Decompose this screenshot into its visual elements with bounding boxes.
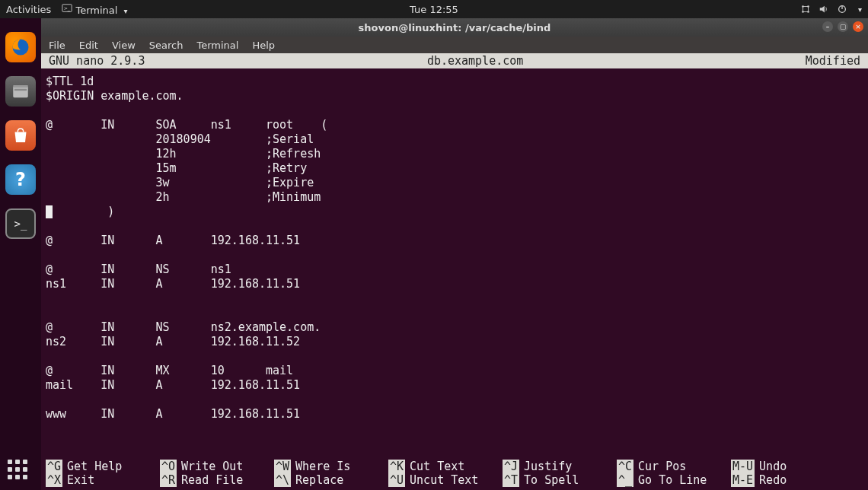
window-title: shovon@linuxhint: /var/cache/bind bbox=[359, 22, 551, 33]
chevron-down-icon: ▾ bbox=[124, 7, 128, 15]
menu-view[interactable]: View bbox=[112, 40, 136, 51]
nano-header: GNU nano 2.9.3 db.example.com Modified bbox=[41, 53, 868, 68]
shortcut-label: Where Is bbox=[295, 460, 350, 473]
menu-terminal[interactable]: Terminal bbox=[196, 40, 238, 51]
nano-shortcut: ^XExit bbox=[46, 473, 160, 487]
status-area[interactable]: ▾ bbox=[800, 4, 862, 14]
shortcut-label: Undo bbox=[759, 460, 787, 473]
shortcut-key: ^T bbox=[503, 473, 519, 487]
nano-modified-indicator: Modified bbox=[803, 54, 863, 68]
shortcut-label: Justify bbox=[524, 460, 572, 473]
shortcut-key: ^_ bbox=[617, 473, 633, 487]
dock-icon-software[interactable] bbox=[5, 120, 36, 151]
shortcut-key: ^R bbox=[160, 473, 177, 487]
dock-icon-files[interactable] bbox=[5, 76, 36, 107]
dock-icon-firefox[interactable] bbox=[5, 32, 36, 62]
dock: ? >_ bbox=[0, 18, 41, 490]
shortcut-key: ^O bbox=[160, 460, 177, 473]
shopping-bag-icon bbox=[11, 126, 30, 145]
shortcut-label: Exit bbox=[67, 473, 94, 487]
minimize-button[interactable]: – bbox=[822, 21, 833, 32]
menu-file[interactable]: File bbox=[49, 40, 65, 51]
terminal-window: shovon@linuxhint: /var/cache/bind – ▢ × … bbox=[41, 18, 868, 490]
firefox-icon bbox=[10, 37, 31, 58]
nano-shortcut: ^JJustify bbox=[503, 460, 617, 473]
shortcut-key: ^G bbox=[46, 460, 62, 473]
gnome-topbar: Activities >_ Terminal ▾ Tue 12:55 ▾ bbox=[0, 0, 868, 18]
svg-rect-9 bbox=[13, 87, 28, 98]
terminal-menubar: File Edit View Search Terminal Help bbox=[41, 37, 868, 53]
svg-rect-11 bbox=[13, 85, 28, 88]
shortcut-key: ^K bbox=[388, 460, 405, 473]
shortcut-label: Write Out bbox=[181, 460, 243, 473]
menu-help[interactable]: Help bbox=[252, 40, 275, 51]
shortcut-label: Cur Pos bbox=[638, 460, 686, 473]
shortcut-label: Go To Line bbox=[638, 473, 707, 487]
nano-shortcut: ^OWrite Out bbox=[160, 460, 274, 473]
shortcut-key: ^C bbox=[617, 460, 633, 473]
shortcut-label: To Spell bbox=[524, 473, 579, 487]
network-icon bbox=[800, 4, 811, 14]
nano-editor-area[interactable]: $TTL 1d $ORIGIN example.com. @ IN SOA ns… bbox=[41, 68, 868, 458]
nano-shortcut: ^GGet Help bbox=[46, 460, 160, 473]
nano-filename: db.example.com bbox=[148, 54, 802, 68]
nano-shortcut: M-ERedo bbox=[731, 473, 845, 487]
appmenu-label: Terminal bbox=[75, 5, 117, 16]
volume-icon bbox=[819, 4, 829, 14]
shortcut-label: Replace bbox=[295, 473, 343, 487]
shortcut-key: ^W bbox=[274, 460, 291, 473]
nano-shortcut: ^CCur Pos bbox=[617, 460, 731, 473]
nano-shortcut: ^WWhere Is bbox=[274, 460, 388, 473]
nano-shortcut: M-UUndo bbox=[731, 460, 845, 473]
chevron-down-icon: ▾ bbox=[858, 5, 862, 14]
power-icon bbox=[837, 4, 847, 14]
nano-shortcut: ^\Replace bbox=[274, 473, 388, 487]
clock[interactable]: Tue 12:55 bbox=[410, 4, 458, 15]
shortcut-key: ^X bbox=[46, 473, 62, 487]
nano-shortcut: ^RRead File bbox=[160, 473, 274, 487]
terminal-icon: >_ bbox=[62, 3, 72, 14]
nano-shortcut: ^_Go To Line bbox=[617, 473, 731, 487]
dock-icon-help[interactable]: ? bbox=[5, 164, 36, 195]
appmenu-terminal[interactable]: >_ Terminal ▾ bbox=[62, 3, 127, 16]
question-icon: ? bbox=[15, 169, 26, 190]
shortcut-label: Get Help bbox=[67, 460, 122, 473]
shortcut-key: ^U bbox=[388, 473, 405, 487]
nano-version: GNU nano 2.9.3 bbox=[46, 54, 148, 68]
menu-edit[interactable]: Edit bbox=[79, 40, 98, 51]
shortcut-label: Read File bbox=[181, 473, 243, 487]
maximize-button[interactable]: ▢ bbox=[838, 21, 848, 32]
shortcut-key: M-U bbox=[731, 460, 755, 473]
close-button[interactable]: × bbox=[853, 21, 863, 32]
activities-button[interactable]: Activities bbox=[6, 4, 51, 15]
shortcut-label: Redo bbox=[759, 473, 787, 487]
shortcut-key: ^\ bbox=[274, 473, 291, 487]
svg-rect-10 bbox=[14, 89, 27, 91]
nano-shortcut: ^KCut Text bbox=[388, 460, 503, 473]
svg-text:>_: >_ bbox=[64, 5, 71, 11]
nano-shortcut: ^UUncut Text bbox=[388, 473, 503, 487]
prompt-icon: >_ bbox=[14, 218, 27, 230]
window-titlebar: shovon@linuxhint: /var/cache/bind – ▢ × bbox=[41, 18, 868, 37]
shortcut-key: M-E bbox=[731, 473, 755, 487]
menu-search[interactable]: Search bbox=[149, 40, 183, 51]
shortcut-label: Uncut Text bbox=[410, 473, 478, 487]
shortcut-key: ^J bbox=[503, 460, 519, 473]
nano-shortcut-bar: ^GGet Help^OWrite Out^WWhere Is^KCut Tex… bbox=[41, 458, 868, 490]
files-icon bbox=[11, 81, 30, 101]
nano-shortcut: ^TTo Spell bbox=[503, 473, 617, 487]
shortcut-label: Cut Text bbox=[410, 460, 464, 473]
dock-icon-terminal[interactable]: >_ bbox=[5, 208, 36, 239]
text-cursor bbox=[46, 205, 53, 218]
show-applications-button[interactable] bbox=[8, 460, 30, 482]
